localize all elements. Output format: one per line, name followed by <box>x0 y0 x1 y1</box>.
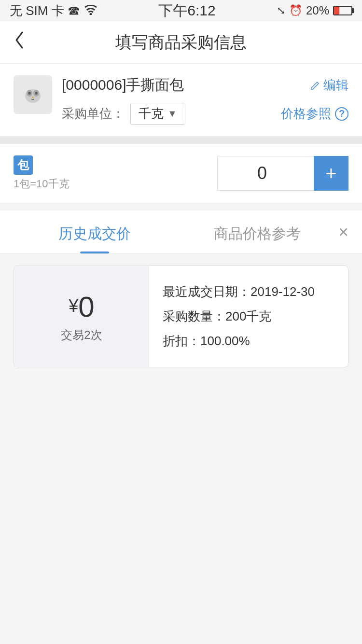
amount-value: 0 <box>78 291 94 323</box>
tab-close-button[interactable]: × <box>338 212 348 252</box>
unit-label: 采购单位： <box>62 105 125 122</box>
price-card-left: ¥0 交易2次 <box>14 266 149 367</box>
unit-dropdown-icon: ▼ <box>167 108 177 119</box>
svg-point-4 <box>35 92 38 95</box>
product-name: [0000006]手撕面包 <box>62 75 184 95</box>
quantity-label: 包 1包=10千克 <box>14 155 70 191</box>
discount-label: 折扣： <box>163 334 200 348</box>
tab-history-price[interactable]: 历史成交价 <box>14 210 176 253</box>
edit-button[interactable]: 编辑 <box>310 77 348 94</box>
product-card: [0000006]手撕面包 编辑 采购单位： 千克 ▼ 价格参照 ? <box>0 64 362 136</box>
product-name-row: [0000006]手撕面包 编辑 <box>62 75 348 95</box>
recent-date-row: 最近成交日期：2019-12-30 <box>163 283 334 300</box>
unit-select[interactable]: 千克 ▼ <box>130 103 185 125</box>
quantity-row: 包 1包=10千克 + <box>0 144 362 203</box>
svg-point-3 <box>28 92 31 95</box>
transaction-count: 交易2次 <box>61 327 102 343</box>
price-card: ¥0 交易2次 最近成交日期：2019-12-30 采购数量：200千克 折扣：… <box>14 266 348 367</box>
tab-product-price-ref[interactable]: 商品价格参考 <box>176 210 338 253</box>
recent-date-value: 2019-12-30 <box>251 284 315 299</box>
status-right: ⤡ ⏰ 20% <box>277 4 352 17</box>
discount-value: 100.00% <box>200 334 250 348</box>
alarm-icon: ⏰ <box>289 4 302 17</box>
price-ref-button[interactable]: 价格参照 ? <box>281 105 348 122</box>
wifi-icon <box>84 3 97 18</box>
price-ref-label: 价格参照 <box>281 105 331 122</box>
quantity-equiv: 1包=10千克 <box>14 177 70 191</box>
location-icon: ⤡ <box>277 4 285 17</box>
status-bar: 无 SIM 卡 ☎ 下午6:12 ⤡ ⏰ 20% <box>0 0 362 21</box>
quantity-unit-row: 包 <box>14 155 70 175</box>
unit-value: 千克 <box>139 105 164 122</box>
product-info: [0000006]手撕面包 编辑 采购单位： 千克 ▼ 价格参照 ? <box>62 75 348 125</box>
product-logo <box>14 75 52 114</box>
help-icon: ? <box>335 107 348 121</box>
currency-symbol: ¥ <box>69 296 78 316</box>
battery-icon <box>333 6 352 15</box>
price-card-right: 最近成交日期：2019-12-30 采购数量：200千克 折扣：100.00% <box>149 266 348 367</box>
quantity-input-wrap: + <box>217 156 348 191</box>
section-divider <box>0 136 362 144</box>
discount-row: 折扣：100.00% <box>163 333 334 350</box>
quantity-plus-button[interactable]: + <box>314 156 348 191</box>
nav-bar: 填写商品采购信息 <box>0 21 362 64</box>
unit-row: 采购单位： 千克 ▼ 价格参照 ? <box>62 103 348 125</box>
quantity-detail-value: 200千克 <box>225 309 271 323</box>
quantity-detail-row: 采购数量：200千克 <box>163 308 334 325</box>
unit-icon: 包 <box>14 155 33 175</box>
quantity-input[interactable] <box>217 156 314 191</box>
tabs-row: 历史成交价 商品价格参考 × <box>0 210 362 254</box>
recent-date-label: 最近成交日期： <box>163 284 251 299</box>
quantity-detail-label: 采购数量： <box>163 309 225 323</box>
price-card-section: ¥0 交易2次 最近成交日期：2019-12-30 采购数量：200千克 折扣：… <box>0 254 362 379</box>
status-time: 下午6:12 <box>158 1 215 21</box>
battery-pct: 20% <box>306 4 329 17</box>
status-left: 无 SIM 卡 ☎ <box>10 2 97 19</box>
page-title: 填写商品采购信息 <box>115 31 247 54</box>
sim-label: 无 SIM 卡 ☎ <box>10 2 80 19</box>
price-amount: ¥0 <box>69 290 94 323</box>
back-button[interactable] <box>14 30 25 54</box>
main-content: 历史成交价 商品价格参考 × ¥0 交易2次 最近成交日期：2019-12-30… <box>0 210 362 500</box>
